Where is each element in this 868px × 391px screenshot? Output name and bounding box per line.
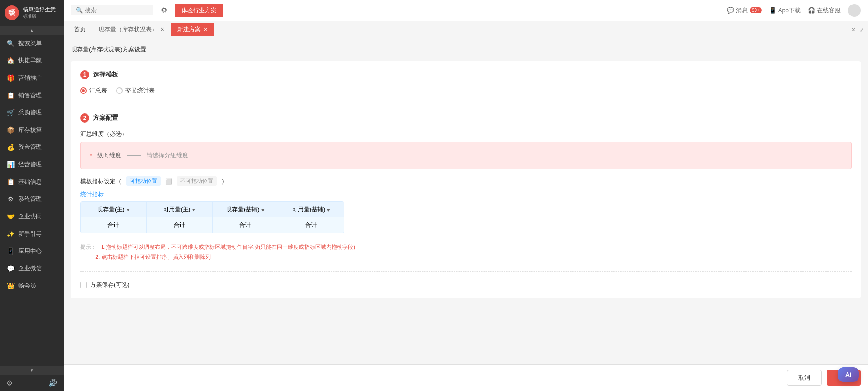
message-button[interactable]: 💬 消息 99+ bbox=[727, 6, 762, 15]
sidebar-scroll-down[interactable]: ▼ bbox=[0, 366, 64, 375]
money-icon: 💰 bbox=[6, 143, 15, 151]
dimension-box[interactable]: * 纵向维度 —— 请选择分组维度 bbox=[80, 142, 852, 169]
tab-new-plan-close-icon[interactable]: ✕ bbox=[204, 26, 208, 32]
tip-1: 提示： 1.拖动标题栏可以调整布局，不可跨维度或指标区域拖动任目字段(只能在同一… bbox=[80, 242, 852, 252]
content-area: 现存量(库存状况表)方案设置 1 选择模板 汇总表 交叉统计表 bbox=[64, 38, 868, 364]
audio-icon[interactable]: 🔊 bbox=[48, 379, 57, 387]
crown-icon: 👑 bbox=[6, 282, 15, 290]
sidebar-item-corp[interactable]: 🤝 企业协同 bbox=[0, 208, 64, 225]
cart-icon: 🛒 bbox=[6, 108, 15, 117]
stats-title: 统计指标 bbox=[80, 190, 852, 199]
stats-body-row: 合计 合计 合计 合计 bbox=[81, 217, 344, 233]
stats-table: 现存量(主) ▾ 可用量(主) ▾ 现存量(基辅) ▾ bbox=[80, 201, 344, 233]
guide-icon: ✨ bbox=[6, 230, 15, 238]
sales-icon: 📋 bbox=[6, 91, 15, 99]
download-icon: 📱 bbox=[769, 7, 776, 14]
headset-icon: 🎧 bbox=[808, 7, 815, 14]
save-option: 方案保存(可选) bbox=[80, 281, 852, 289]
sidebar-item-purchase[interactable]: 🛒 采购管理 bbox=[0, 104, 64, 121]
sidebar-item-wechat[interactable]: 💬 企业微信 bbox=[0, 260, 64, 277]
save-checkbox[interactable] bbox=[80, 282, 87, 288]
tips-section: 提示： 1.拖动标题栏可以调整布局，不可跨维度或指标区域拖动任目字段(只能在同一… bbox=[80, 242, 852, 262]
sidebar-item-finance[interactable]: 💰 资金管理 bbox=[0, 139, 64, 156]
sidebar-item-search[interactable]: 🔍 搜索菜单 bbox=[0, 35, 64, 52]
nodrag-badge: 不可拖动位置 bbox=[177, 176, 217, 186]
radio-summary[interactable]: 汇总表 bbox=[80, 87, 107, 95]
sidebar-item-system[interactable]: ⚙ 系统管理 bbox=[0, 190, 64, 208]
gift-icon: 🎁 bbox=[6, 74, 15, 82]
sidebar-item-guide[interactable]: ✨ 新手引导 bbox=[0, 225, 64, 242]
sidebar-item-ops[interactable]: 📊 经营管理 bbox=[0, 156, 64, 173]
sidebar-item-appstore[interactable]: 📱 应用中心 bbox=[0, 242, 64, 260]
sidebar-item-quicknav[interactable]: 🏠 快捷导航 bbox=[0, 52, 64, 69]
sidebar-item-basic[interactable]: 📋 基础信息 bbox=[0, 173, 64, 190]
stats-col-2-header[interactable]: 可用量(主) ▾ bbox=[147, 202, 213, 217]
stats-header-row: 现存量(主) ▾ 可用量(主) ▾ 现存量(基辅) ▾ bbox=[81, 202, 344, 217]
ai-float-button[interactable]: Ai bbox=[838, 367, 859, 382]
tab-inventory-close-icon[interactable]: ✕ bbox=[160, 26, 164, 32]
search-menu-icon: 🔍 bbox=[6, 39, 15, 47]
tip-2: 2. 点击标题栏下拉可设置排序、插入列和删除列 bbox=[80, 252, 852, 262]
chart-icon: 📊 bbox=[6, 160, 15, 169]
handshake-icon: 🤝 bbox=[6, 212, 15, 221]
indicator-label: 模板指标设定（ 可拖动位置 ⬜ 不可拖动位置 ） bbox=[80, 176, 852, 186]
step1-badge: 1 bbox=[80, 70, 89, 79]
cancel-button[interactable]: 取消 bbox=[787, 370, 822, 386]
indicator-settings: 模板指标设定（ 可拖动位置 ⬜ 不可拖动位置 ） 统计指标 现存量(主) bbox=[80, 176, 852, 233]
system-icon: ⚙ bbox=[6, 195, 15, 203]
step2-section: 2 方案配置 汇总维度（必选） * 纵向维度 —— 请选择分组维度 模板指标设定… bbox=[80, 113, 852, 272]
sidebar-item-marketing[interactable]: 🎁 营销推广 bbox=[0, 69, 64, 87]
step1-section: 1 选择模板 汇总表 交叉统计表 bbox=[80, 70, 852, 104]
stats-col-3-header[interactable]: 现存量(基辅) ▾ bbox=[213, 202, 279, 217]
tab-home[interactable]: 首页 bbox=[67, 23, 92, 36]
stats-col-4-header[interactable]: 可用量(基辅) ▾ bbox=[278, 202, 344, 217]
stats-col-2-body: 合计 bbox=[147, 217, 213, 233]
template-radio-group: 汇总表 交叉统计表 bbox=[80, 87, 852, 95]
expand-panel-icon[interactable]: ⤢ bbox=[859, 26, 864, 33]
radio-summary-dot bbox=[80, 87, 87, 94]
sidebar-footer: ⚙ 🔊 bbox=[0, 375, 64, 391]
sidebar-item-member[interactable]: 👑 畅会员 bbox=[0, 277, 64, 294]
user-avatar[interactable] bbox=[848, 4, 861, 17]
message-badge: 99+ bbox=[750, 7, 762, 13]
col1-dropdown-icon[interactable]: ▾ bbox=[127, 206, 130, 213]
home-icon: 🏠 bbox=[6, 57, 15, 65]
sidebar-item-inventory[interactable]: 📦 库存核算 bbox=[0, 121, 64, 139]
topbar: 🔍 ⚙ 体验行业方案 💬 消息 99+ 📱 App下载 🎧 在线客服 bbox=[64, 0, 868, 21]
app-name: 畅康通好生意 标准版 bbox=[23, 6, 56, 20]
online-service-button[interactable]: 🎧 在线客服 bbox=[808, 6, 841, 15]
stats-col-4-body: 合计 bbox=[278, 217, 344, 233]
app-logo: 畅 bbox=[5, 5, 19, 20]
settings-panel: 1 选择模板 汇总表 交叉统计表 bbox=[71, 61, 861, 298]
radio-cross[interactable]: 交叉统计表 bbox=[116, 87, 155, 95]
sidebar-nav: 🔍 搜索菜单 🏠 快捷导航 🎁 营销推广 📋 销售管理 🛒 采购管理 📦 库存核… bbox=[0, 35, 64, 366]
app-download-button[interactable]: 📱 App下载 bbox=[769, 6, 801, 15]
search-box: 🔍 bbox=[71, 5, 153, 15]
wechat-icon: 💬 bbox=[6, 264, 15, 273]
step1-title: 1 选择模板 bbox=[80, 70, 852, 79]
page-title: 现存量(库存状况表)方案设置 bbox=[71, 46, 861, 54]
dimension-placeholder: 请选择分组维度 bbox=[147, 151, 188, 159]
settings-footer-icon[interactable]: ⚙ bbox=[6, 379, 13, 387]
tab-new-plan[interactable]: 新建方案 ✕ bbox=[171, 23, 214, 36]
stats-col-3-body: 合计 bbox=[213, 217, 279, 233]
bottom-actions: 取消 查询 bbox=[64, 364, 868, 391]
dimension-label: 汇总维度（必选） bbox=[80, 130, 852, 138]
sidebar-item-sales[interactable]: 📋 销售管理 bbox=[0, 87, 64, 104]
sidebar-scroll-up[interactable]: ▲ bbox=[0, 26, 64, 35]
col3-dropdown-icon[interactable]: ▾ bbox=[261, 206, 265, 213]
col4-dropdown-icon[interactable]: ▾ bbox=[327, 206, 330, 213]
close-panel-icon[interactable]: ✕ bbox=[851, 26, 856, 33]
search-input[interactable] bbox=[85, 7, 139, 14]
tab-inventory-status[interactable]: 现存量（库存状况表） ✕ bbox=[92, 23, 171, 36]
sidebar-header: 畅 畅康通好生意 标准版 bbox=[0, 0, 64, 26]
col2-dropdown-icon[interactable]: ▾ bbox=[192, 206, 195, 213]
stats-col-1-header[interactable]: 现存量(主) ▾ bbox=[81, 202, 147, 217]
app-icon: 📱 bbox=[6, 247, 15, 255]
main-area: 🔍 ⚙ 体验行业方案 💬 消息 99+ 📱 App下载 🎧 在线客服 bbox=[64, 0, 868, 391]
topbar-left: 🔍 ⚙ 体验行业方案 bbox=[71, 4, 223, 17]
topbar-settings-icon[interactable]: ⚙ bbox=[158, 4, 170, 17]
trial-industry-button[interactable]: 体验行业方案 bbox=[175, 4, 223, 17]
search-icon: 🔍 bbox=[76, 7, 83, 14]
stats-col-1-body: 合计 bbox=[81, 217, 147, 233]
